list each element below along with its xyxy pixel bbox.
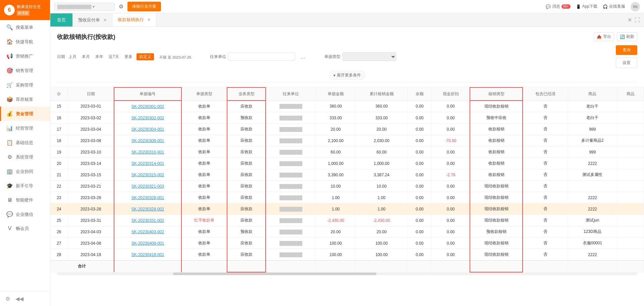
cell-include-settled: 否 (523, 158, 568, 169)
sidebar-item-wechat[interactable]: 💬企业微信 (0, 207, 50, 222)
refresh-button[interactable]: 🔄 刷新 (617, 32, 637, 41)
date-this-month[interactable]: 本月 (80, 53, 91, 60)
sidebar-item-guide[interactable]: 🎓新手引导 (0, 179, 50, 193)
cell-voucher-no[interactable]: SK-20230328-001 (114, 192, 181, 203)
cell-voucher-no[interactable]: SK-20230314-001 (114, 158, 181, 169)
expand-tab-icon[interactable]: ⛶ (635, 17, 640, 23)
sidebar-item-quick[interactable]: 🏠快捷导航 (0, 35, 50, 49)
company-selector[interactable]: █████████████ ▾ (54, 3, 115, 11)
cell-voucher-no[interactable]: SK-20230331-002 (114, 215, 181, 226)
cell-date: 2023-03-14 (68, 158, 114, 169)
table-row[interactable]: 23 2023-03-28 SK-20230328-001 收款单 应收款 ██… (50, 192, 644, 203)
cell-goods: 老白干 (568, 112, 617, 124)
tab-prepay[interactable]: 预收应付单 ✕ (73, 13, 112, 26)
cell-voucher-no[interactable]: SK-20230321-003 (114, 181, 181, 192)
cell-voucher-no[interactable]: SK-20230328-002 (114, 203, 181, 215)
sidebar-item-hardware[interactable]: 🖥智能硬件 (0, 193, 50, 207)
horizontal-scrollbar[interactable] (57, 272, 637, 275)
tab-home[interactable]: 首页 (50, 13, 73, 26)
table-row[interactable]: 17 2023-03-04 SK-20230304-001 收款单 应收款 ██… (50, 124, 644, 135)
date-this-year[interactable]: 本年 (94, 53, 105, 60)
cell-voucher-no[interactable]: SK-20230302-002 (114, 112, 181, 124)
table-row[interactable]: 20 2023-03-14 SK-20230314-001 收款单 应收款 ██… (50, 158, 644, 169)
cell-voucher-no[interactable]: SK-20230304-001 (114, 124, 181, 135)
sidebar-item-label-corp: 企业协同 (16, 169, 33, 175)
sidebar-item-finance[interactable]: 💰资金管理 (0, 107, 50, 121)
cell-date: 2023-03-28 (68, 203, 114, 215)
sidebar-logo: 6 畅康道好生意 标准版 (0, 0, 50, 20)
cell-include-settled: 否 (523, 203, 568, 215)
filter-dots-item[interactable]: ... (301, 53, 306, 60)
expand-conditions-btn[interactable]: ▾ 展开更多条件 (329, 71, 365, 80)
messages-group[interactable]: 💬 消息 99+ (546, 4, 571, 9)
table-row[interactable]: 27 2023-04-08 SK-20230408-001 收款单 应收款 ██… (50, 238, 644, 249)
cell-voucher-no[interactable]: SK-20230310-001 (114, 146, 181, 158)
online-service-group[interactable]: 🎧 在线客服 (603, 4, 625, 9)
search-icon: 🔍 (6, 24, 13, 30)
table-row[interactable]: 19 2023-03-10 SK-20230310-001 收款单 应收款 ██… (50, 146, 644, 158)
setting-button[interactable]: 设置 (616, 58, 637, 68)
sidebar-item-corp[interactable]: 🏢企业协同 (0, 164, 50, 179)
table-row[interactable]: 16 2023-03-02 SK-20230302-002 收款单 预收款 ██… (50, 112, 644, 124)
cell-voucher-no[interactable]: SK-20230418-001 (114, 249, 181, 261)
sidebar-item-search[interactable]: 🔍搜索菜单 (0, 20, 50, 35)
col-settings-icon[interactable]: ⚙ (57, 91, 61, 97)
date-7days[interactable]: 近7天 (107, 53, 120, 60)
cell-no: 21 (50, 169, 68, 181)
table-row[interactable]: 15 2023-03-01 SK-20230301-002 收款单 应收款 ██… (50, 101, 644, 112)
sidebar-item-system[interactable]: ⚙系统管理 (0, 150, 50, 164)
cell-voucher-type: 收款单 (181, 192, 227, 203)
sidebar-item-inventory[interactable]: 📦库存核算 (0, 92, 50, 107)
date-last-month[interactable]: 上月 (67, 53, 78, 60)
cell-partner: ████████ (266, 146, 316, 158)
sidebar-item-sales[interactable]: 🎯销售管理 (0, 63, 50, 78)
top-settings-icon[interactable]: ⚙ (117, 2, 125, 11)
cell-balance: 0.00 (408, 135, 432, 146)
sidebar-item-member[interactable]: V畅会员 (0, 222, 50, 236)
cell-voucher-no[interactable]: SK-20230315-002 (114, 169, 181, 181)
export-button[interactable]: 📤 导出 (594, 32, 614, 41)
avatar[interactable]: Rit (631, 2, 640, 11)
sidebar-item-operation[interactable]: 📊经营管理 (0, 121, 50, 135)
sidebar-item-basic[interactable]: 📋基础信息 (0, 135, 50, 150)
tab-verify[interactable]: 收款核销执行 ✕ (112, 13, 156, 26)
close-tab-icon[interactable]: ✕ (628, 17, 632, 23)
cell-verify-type: 收款核销 (470, 158, 523, 169)
table-row[interactable]: 22 2023-03-21 SK-20230321-003 收款单 应收款 ██… (50, 181, 644, 192)
cell-verified-amount: 333.00 (356, 112, 408, 124)
cell-no: 28 (50, 249, 68, 261)
table-row[interactable]: 25 2023-03-31 SK-20230331-002 红字收款单 应收款 … (50, 215, 644, 226)
settings-bottom-icon[interactable]: ⚙ (5, 296, 10, 302)
query-button[interactable]: 查询 (616, 45, 637, 55)
cell-partner: ████████ (266, 215, 316, 226)
app-download-group[interactable]: 📱 App下载 (576, 4, 597, 9)
sidebar-item-purchase[interactable]: 🛒采购管理 (0, 78, 50, 92)
cell-voucher-no[interactable]: SK-20230308-001 (114, 135, 181, 146)
cell-no: 24 (50, 203, 68, 215)
cell-voucher-no[interactable]: SK-20230403-002 (114, 226, 181, 238)
table-row[interactable]: 24 2023-03-28 SK-20230328-002 收款单 应收款 ██… (50, 203, 644, 215)
industry-button[interactable]: 体验行业方案 (127, 2, 161, 11)
table-row[interactable]: 18 2023-03-08 SK-20230308-001 收款单 应收款 ██… (50, 135, 644, 146)
cell-voucher-type: 收款单 (181, 181, 227, 192)
voucher-type-select[interactable] (342, 52, 396, 61)
cell-voucher-no[interactable]: SK-20230408-001 (114, 238, 181, 249)
partner-filter-input[interactable] (228, 53, 295, 61)
table-row[interactable]: 28 2023-04-18 SK-20230418-001 收款单 应收款 ██… (50, 249, 644, 261)
date-more[interactable]: 更多 (123, 53, 134, 60)
tab-verify-close-icon[interactable]: ✕ (147, 17, 151, 22)
cell-balance: 0.00 (408, 249, 432, 261)
cell-partner: ████████ (266, 169, 316, 181)
table-row[interactable]: 26 2023-04-03 SK-20230403-002 收款单 预收款 ██… (50, 226, 644, 238)
cell-include-settled: 否 (523, 238, 568, 249)
sidebar-item-label-quick: 快捷导航 (16, 39, 33, 45)
tab-prepay-close-icon[interactable]: ✕ (103, 18, 107, 22)
sidebar-item-marketing[interactable]: 📢营销推广 (0, 49, 50, 63)
filter-partner-item: 往来单位 (210, 53, 295, 61)
cell-goods2 (617, 135, 644, 146)
collapse-icon[interactable]: ◀◀ (15, 296, 23, 302)
col-settings[interactable]: ⚙ (50, 87, 68, 101)
cell-voucher-no[interactable]: SK-20230301-002 (114, 101, 181, 112)
table-row[interactable]: 21 2023-03-15 SK-20230315-002 收款单 应收款 ██… (50, 169, 644, 181)
date-custom-btn[interactable]: 自定义 (137, 53, 154, 60)
